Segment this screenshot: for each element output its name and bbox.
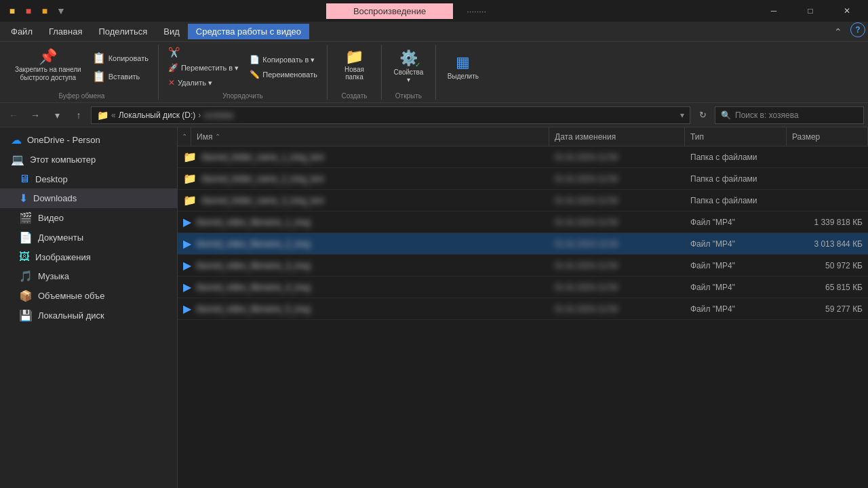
refresh-button[interactable]: ↻ [693, 106, 712, 125]
close-button[interactable]: ✕ [831, 1, 863, 20]
sidebar-item-images[interactable]: 🖼 Изображения [0, 247, 177, 266]
file-name: blurred_folder_name_2_long_text [202, 174, 323, 184]
file-cell-name: 📁 blurred_folder_name_2_long_text [178, 168, 549, 189]
ribbon-collapse-button[interactable]: ⌃ [829, 22, 848, 41]
col-header-type[interactable]: Тип [685, 127, 787, 146]
file-date: 01.01.2024 12:00 [555, 152, 618, 162]
maximize-button[interactable]: □ [795, 1, 826, 20]
sidebar-label-images: Изображения [35, 252, 91, 262]
file-date: 01.01.2024 12:00 [555, 196, 618, 205]
sidebar-item-onedrive[interactable]: ☁ OneDrive - Person [0, 130, 177, 150]
menu-file[interactable]: Файл [3, 24, 41, 39]
video-file-icon: ▶ [183, 259, 191, 272]
recent-button[interactable]: ▾ [47, 106, 66, 125]
sidebar-label-desktop: Desktop [35, 174, 68, 184]
move-label: Переместить в ▾ [181, 64, 239, 73]
address-bar: ← → ▾ ↑ 📁 « Локальный диск (D:) › хозяев… [0, 103, 868, 127]
main-area: ☁ OneDrive - Person 💻 Этот компьютер 🖥 D… [0, 127, 868, 488]
table-row[interactable]: ▶ blurred_video_filename_1_long 01.01.20… [178, 211, 868, 233]
table-row[interactable]: ▶ blurred_video_filename_3_long 01.01.20… [178, 255, 868, 277]
file-cell-type: Папка с файлами [685, 146, 787, 167]
table-row[interactable]: ▶ blurred_video_filename_2_long 01.01.20… [178, 233, 868, 255]
open-label: Открыть [395, 89, 422, 100]
help-button[interactable]: ? [850, 22, 865, 37]
col-header-size[interactable]: Размер [787, 127, 868, 146]
table-row[interactable]: ▶ blurred_video_filename_5_long 01.01.20… [178, 298, 868, 320]
active-tab[interactable]: Воспроизведение [326, 3, 453, 19]
ribbon-group-organize: ✂️ 🚀 Переместить в ▾ ✕ Удалить ▾ 📄 Копир… [159, 45, 328, 100]
col-header-name[interactable]: Имя ⌃ [191, 127, 549, 146]
col-header-date[interactable]: Дата изменения [549, 127, 685, 146]
sidebar-item-this-computer[interactable]: 💻 Этот компьютер [0, 150, 177, 169]
sidebar-label-3d: Объемные объе [38, 291, 104, 301]
onedrive-icon: ☁ [11, 134, 22, 146]
file-name: blurred_video_filename_4_long [197, 283, 310, 292]
rename-icon: ✏️ [250, 70, 260, 79]
move-to-button[interactable]: 🚀 Переместить в ▾ [164, 61, 243, 75]
folder-icon: 📁 [183, 194, 197, 207]
sidebar-item-downloads[interactable]: ⬇ Downloads [0, 188, 177, 208]
select-button[interactable]: ▦ Выделить [443, 51, 483, 92]
sidebar-item-music[interactable]: 🎵 Музыка [0, 266, 177, 286]
address-path[interactable]: 📁 « Локальный диск (D:) › хозяева ▾ [91, 106, 690, 124]
file-list: 📁 blurred_folder_name_1_long_text 01.01.… [178, 146, 868, 488]
organize-label: Упорядочить [222, 89, 263, 100]
file-name: blurred_video_filename_3_long [197, 261, 310, 270]
menu-home[interactable]: Главная [41, 24, 90, 39]
new-folder-button[interactable]: 📁 Новаяпапка [337, 47, 371, 87]
copy-to-icon: 📄 [250, 55, 260, 64]
menu-share[interactable]: Поделиться [90, 24, 155, 39]
sidebar-item-video[interactable]: 🎬 Видео [0, 208, 177, 228]
minimize-button[interactable]: ─ [758, 1, 789, 20]
pin-icon: 📌 [39, 49, 57, 64]
sidebar-item-3d[interactable]: 📦 Объемные объе [0, 286, 177, 306]
copy-to-button[interactable]: 📄 Копировать в ▾ [245, 53, 321, 66]
properties-button[interactable]: ⚙️ ✓ Свойства▾ [389, 47, 427, 87]
file-area: ⌃ Имя ⌃ Дата изменения Тип Размер 📁 blur… [178, 127, 868, 488]
file-cell-name: ▶ blurred_video_filename_2_long [178, 233, 549, 254]
file-cell-date: 01.01.2024 12:00 [549, 255, 685, 276]
copy-button[interactable]: 📋 Копировать [88, 49, 153, 66]
sidebar-item-desktop[interactable]: 🖥 Desktop [0, 169, 177, 188]
file-date: 01.01.2024 12:00 [555, 261, 618, 270]
paste-icon: 📋 [92, 70, 106, 83]
menu-bar: Файл Главная Поделиться Вид Средства раб… [0, 22, 868, 42]
cut-button[interactable]: ✂️ [164, 45, 243, 60]
file-cell-size [787, 168, 868, 189]
icon-yellow: ■ [5, 4, 19, 18]
sidebar-item-documents[interactable]: 📄 Документы [0, 228, 177, 247]
file-date: 01.01.2024 12:00 [555, 304, 618, 314]
forward-button[interactable]: → [26, 106, 45, 125]
file-name: blurred_video_filename_5_long [197, 304, 310, 314]
file-cell-size: 50 972 КБ [787, 255, 868, 276]
cut-icon: ✂️ [168, 47, 180, 58]
pin-quick-access-button[interactable]: 📌 Закрепить на панелибыстрого доступа [11, 47, 85, 87]
sidebar-label-onedrive: OneDrive - Person [27, 135, 100, 145]
file-cell-type: Файл "MP4" [685, 211, 787, 232]
file-list-header: ⌃ Имя ⌃ Дата изменения Тип Размер [178, 127, 868, 146]
title-bar-icons: ■ ■ ■ ▼ [5, 4, 68, 18]
paste-button[interactable]: 📋 Вставить [88, 68, 153, 85]
open-buttons: ⚙️ ✓ Свойства▾ [389, 45, 427, 89]
file-cell-type: Папка с файлами [685, 168, 787, 189]
up-button[interactable]: ↑ [69, 106, 88, 125]
ribbon-group-select: ▦ Выделить [436, 45, 490, 100]
table-row[interactable]: 📁 blurred_folder_name_2_long_text 01.01.… [178, 168, 868, 190]
inactive-tab[interactable]: ········ [453, 3, 500, 19]
sidebar-item-local-disk[interactable]: 💾 Локальный диск [0, 306, 177, 325]
move-icon: 🚀 [168, 63, 178, 73]
table-row[interactable]: ▶ blurred_video_filename_4_long 01.01.20… [178, 277, 868, 298]
rename-button[interactable]: ✏️ Переименовать [245, 68, 321, 81]
menu-video-tools[interactable]: Средства работы с видео [188, 24, 309, 39]
delete-button[interactable]: ✕ Удалить ▾ [164, 76, 243, 89]
table-row[interactable]: 📁 blurred_folder_name_1_long_text 01.01.… [178, 146, 868, 168]
file-cell-size: 3 013 844 КБ [787, 233, 868, 254]
path-separator-1: « [111, 110, 116, 120]
search-box[interactable]: 🔍 Поиск в: хозяева [715, 106, 864, 124]
table-row[interactable]: 📁 blurred_folder_name_3_long_text 01.01.… [178, 190, 868, 211]
back-button[interactable]: ← [4, 106, 23, 125]
menu-view[interactable]: Вид [155, 24, 188, 39]
sort-col-header: ⌃ [178, 127, 191, 146]
window-controls: ─ □ ✕ [758, 1, 863, 20]
file-date: 01.01.2024 12:00 [555, 218, 618, 227]
